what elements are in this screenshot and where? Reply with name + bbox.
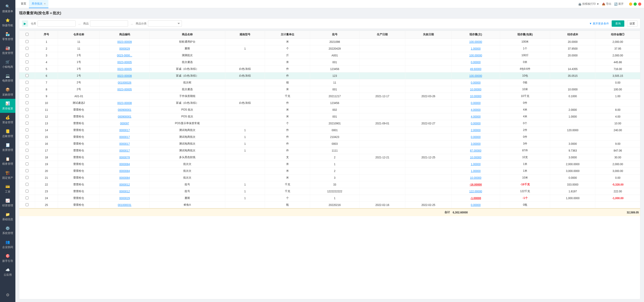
page-title: 现存量查询(按仓库＋批次) [19, 11, 640, 16]
row-checkbox[interactable] [26, 54, 28, 57]
filter-expand-arrow[interactable]: ▶ [22, 20, 28, 27]
row-checkbox[interactable] [26, 190, 28, 193]
row-checkbox[interactable] [26, 196, 28, 199]
col-qty-stock: 现存量(包装) [500, 31, 550, 39]
sidebar-item-quicknav[interactable]: ⭐ 快捷导航 [0, 16, 16, 30]
printer-icon: 🖨️ [578, 3, 582, 6]
row-checkbox[interactable] [26, 163, 28, 165]
category-select[interactable] [148, 20, 182, 27]
table-row: 82号0023-00005批次遴选米00110.0000010米10.00001… [19, 86, 640, 93]
search-button[interactable]: 查询 [612, 20, 624, 27]
tab-close-icon[interactable]: ✕ [44, 3, 46, 5]
table-row: 2110000029屡斯1个202204291.000001个37.950037… [19, 45, 640, 52]
settings-button[interactable]: 设置 [627, 20, 638, 27]
product-input[interactable] [90, 20, 128, 27]
table-row: 31号0023-0000...测测批次斤A001100.00000100斤20.… [19, 52, 640, 59]
row-checkbox[interactable] [26, 122, 28, 125]
maximize-button[interactable] [634, 3, 637, 6]
row-checkbox[interactable] [26, 101, 28, 104]
refresh-icon: 🔄 [614, 3, 618, 6]
row-checkbox[interactable] [26, 108, 28, 111]
sidebar-item-cloud[interactable]: ☁️ 云应用 [0, 265, 16, 279]
row-checkbox[interactable] [26, 88, 28, 91]
row-checkbox[interactable] [26, 203, 28, 206]
table-row: 16蕾蕾粉仓0000017测试电商批次1件00033.000003件3.0000… [19, 140, 640, 147]
sidebar-item-tax[interactable]: 📋 税务管理 [0, 154, 16, 168]
row-checkbox[interactable] [26, 135, 28, 138]
row-checkbox[interactable] [26, 74, 28, 77]
row-checkbox[interactable] [26, 149, 28, 152]
minimize-button[interactable] [629, 3, 632, 6]
expand-conditions-button[interactable]: ▼ 展开更多条件 [589, 22, 609, 26]
row-checkbox[interactable] [26, 115, 28, 118]
table-row: 22蕾蕾粉仓0000012批号1千克33-16.00000-16千克333.00… [19, 181, 640, 188]
col-code: 商品编码 [100, 31, 150, 39]
sidebar-item-ecommerce-small[interactable]: 🛒 小鲸电商 [0, 57, 16, 71]
table-row: 21蕾蕾粉仓0000084批次次米310.0000010米0.00000.00 [19, 175, 640, 181]
table-row: 1110023-00009软欧通用炉台米2021098100.00000100米… [19, 39, 640, 45]
col-qty-main: 现存量(主) [451, 31, 500, 39]
row-checkbox[interactable] [26, 156, 28, 159]
row-checkbox[interactable] [26, 128, 28, 131]
sidebar-item-newbie[interactable]: 🎯 新手引导 [0, 251, 16, 265]
sidebar-item-inventory[interactable]: 📊 库存核算 [0, 99, 16, 113]
sidebar-item-collab[interactable]: 👥 企业协同 [0, 237, 16, 251]
window-close-button[interactable] [638, 3, 641, 6]
sidebar-item-finance[interactable]: 💰 资金管理 [0, 113, 16, 127]
table-row: 61号0023-00008富诚（白色/灰棕）白色/灰棕件123100.00000… [19, 73, 640, 79]
col-expire-date: 失效日期 [405, 31, 451, 39]
sidebar-item-general[interactable]: 📒 总账管理 [0, 127, 16, 140]
sidebar-item-labor[interactable]: 💳 工资 [0, 182, 16, 196]
refresh-action[interactable]: 🔄 展开 [614, 2, 624, 6]
row-checkbox[interactable] [26, 81, 28, 84]
col-name: 商品名称 [150, 31, 225, 39]
search-icon: 🔍 [1, 4, 14, 9]
row-checkbox[interactable] [26, 61, 28, 63]
table-row: 15蕾蕾粉仓0000017测试电商批次1件2104230.000000件 [19, 134, 640, 140]
row-checkbox[interactable] [26, 176, 28, 179]
sidebar-item-invoice[interactable]: 🧾 发票管理 [0, 140, 16, 154]
select-all-checkbox[interactable] [26, 33, 28, 36]
row-checkbox[interactable] [26, 67, 28, 70]
col-spec: 规格型号 [225, 31, 265, 39]
filter-dots-1: ... [78, 22, 80, 25]
table-row: 24蕾蕾粉仓0000029屡斯1个1-1.00000-1个1,000.0000-… [19, 195, 640, 202]
row-checkbox[interactable] [26, 169, 28, 172]
sidebar-item-wholesale[interactable]: 🏭 批发管理 [0, 44, 16, 57]
tab-home[interactable]: 首页 [18, 0, 29, 8]
window-controls [629, 3, 641, 6]
table-row: 41号0023-00005批次遴选米0010.000000米445.86 [19, 59, 640, 66]
row-checkbox[interactable] [26, 94, 28, 97]
sidebar-item-retail[interactable]: 🏪 零售管理 [0, 30, 16, 43]
star-icon: ⭐ [1, 18, 14, 23]
sidebar-item-sys[interactable]: ⚙️ 系统管理 [0, 224, 16, 237]
sidebar-item-purchase[interactable]: 📦 采购管理 [0, 85, 16, 99]
content-area: 现存量查询(按仓库＋批次) ▶ 仓库 ... 商品 ... 商品分类 ▼ 展开更… [16, 8, 644, 302]
sidebar-item-basic-info[interactable]: 📁 基础信息 [0, 210, 16, 224]
print-dropdown-icon: ▼ [596, 3, 599, 6]
row-checkbox[interactable] [26, 47, 28, 50]
sidebar-search[interactable]: 🔍 搜索菜单 [0, 2, 16, 16]
table-row: 19蕾蕾粉仓0000084批次次米11.000001米2,000.00002,0… [19, 161, 640, 168]
table-row: 23蕾蕾粉仓0000012批号1千克1222222222122.00000122… [19, 188, 640, 195]
table-row: 9A01-01子件保质期组千克202112172021-12-172022-03… [19, 93, 640, 100]
tab-inventory-batch[interactable]: 库存批次 ✕ [29, 0, 48, 8]
col-checkbox [19, 31, 35, 39]
row-checkbox[interactable] [26, 142, 28, 145]
sidebar-item-ecommerce[interactable]: 💻 电商管理 [0, 71, 16, 85]
table-row: 11蕾蕾粉仓000900001POS 批次米0024.000004米2.0000… [19, 106, 640, 113]
product-filter: 商品 [83, 20, 128, 27]
table-row: 72号001000026批次框箱110.000000箱0.00 [19, 79, 640, 86]
settings-gear-icon[interactable]: ⚙ [4, 291, 11, 299]
row-checkbox[interactable] [26, 183, 28, 186]
sidebar-item-operations[interactable]: 📈 经营管理 [0, 196, 16, 210]
footer-label [19, 208, 150, 216]
print-action[interactable]: 🖨️ 按模板打印 ▼ [578, 2, 599, 6]
sidebar-item-fixed-assets[interactable]: 🏗️ 固定资产 [0, 168, 16, 182]
warehouse-input[interactable] [38, 20, 76, 27]
row-checkbox[interactable] [26, 40, 28, 43]
inventory-table: 序号 仓库名称 商品编码 商品名称 规格型号 主计量单位 批号 生产日期 失效日… [19, 31, 640, 216]
main-area: 首页 库存批次 ✕ 🖨️ 按模板打印 ▼ 📤 导出 🔄 展开 [16, 0, 644, 302]
export-action[interactable]: 📤 导出 [602, 2, 612, 6]
table-row: 12蕾蕾粉仓000900001POS 批次米0014.000004米1.0000… [19, 113, 640, 120]
